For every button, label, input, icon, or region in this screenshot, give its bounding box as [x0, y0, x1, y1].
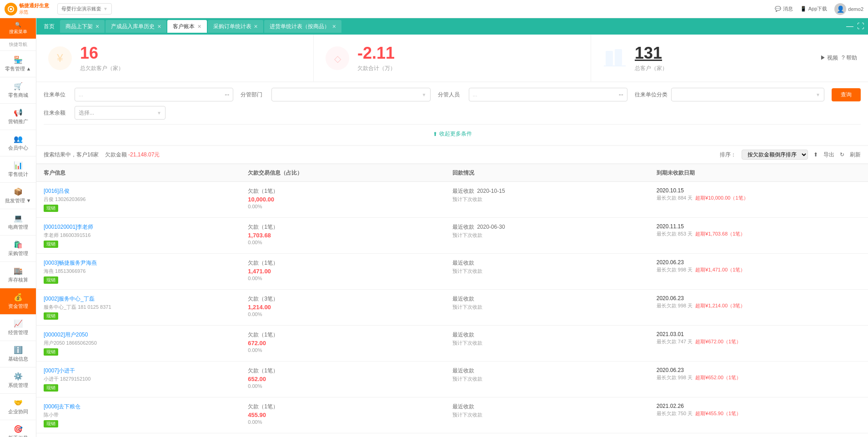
customer-contact-6: 陈小带: [44, 412, 248, 418]
tab-close-production[interactable]: ×: [157, 23, 161, 30]
customer-tag-5: 现销: [44, 384, 58, 392]
overdue-link-3[interactable]: 超期¥1,214.00（3笔）: [695, 303, 745, 308]
debt-amount-2[interactable]: 1,471.00: [248, 268, 452, 275]
unit-category-chevron: ▼: [816, 92, 820, 97]
export-btn[interactable]: 导出: [823, 151, 834, 159]
video-btn[interactable]: ▶ 视频: [820, 54, 838, 62]
help-btn[interactable]: ? 帮助: [842, 54, 857, 62]
debt-amount-4[interactable]: 672.00: [248, 340, 452, 347]
tab-maximize-btn[interactable]: ⛶: [857, 22, 864, 30]
system-icon: ⚙️: [14, 372, 23, 381]
collapse-btn[interactable]: ⬆ 收起更多条件: [44, 128, 861, 140]
tab-purchase-stats[interactable]: 采购订单统计表 ×: [208, 20, 263, 33]
sidebar-search[interactable]: 🔍 搜索菜单: [0, 18, 36, 39]
content-area: ¥ 16 总欠款客户（家） ◇: [36, 35, 868, 437]
stats-row: ¥ 16 总欠款客户（家） ◇: [36, 35, 868, 81]
sidebar-item-retail-store[interactable]: 🛒 零售商城: [0, 77, 36, 104]
customer-name-3[interactable]: [0002]服务中心_丁磊: [44, 295, 248, 303]
debt-amount-5[interactable]: 652.00: [248, 376, 452, 382]
message-btn[interactable]: 💬 消息: [775, 5, 793, 12]
recovery-cell-0: 最近收款 2020-10-15 预计下次收款: [452, 187, 657, 203]
stat-label-customers: 总欠款客户（家）: [80, 65, 124, 72]
sidebar-item-marketing[interactable]: 📢 营销推广: [0, 104, 36, 130]
sidebar-item-purchase[interactable]: 🛍️ 采购管理: [0, 236, 36, 262]
export-icon: ⬆: [813, 151, 818, 158]
sidebar-item-quick-nav[interactable]: 零售管理 快捷导航: [0, 39, 36, 51]
sidebar-item-newbie[interactable]: 🎯 新手引导: [0, 420, 36, 437]
debt-amount-1[interactable]: 1,703.68: [248, 232, 452, 239]
customer-name-2[interactable]: [0003]畅捷服务尹海燕: [44, 259, 248, 267]
top-bar-left: 畅捷通好生意 示范 母婴行业演示账套 ▼: [5, 2, 112, 15]
tab-production-history[interactable]: 产成品入库单历史 ×: [105, 20, 166, 33]
store-selector[interactable]: 母婴行业演示账套 ▼: [57, 3, 112, 15]
stat-icon-total: [602, 45, 627, 71]
customer-name-1[interactable]: [0001020001]李老师: [44, 223, 248, 231]
sidebar-item-finance[interactable]: 💰 资金管理: [0, 288, 36, 315]
sidebar-item-ecommerce[interactable]: 💻 电商管理: [0, 209, 36, 236]
filter-unit-category: 往来单位分类 ▼: [635, 88, 824, 101]
main-area: 首页 商品上下架 × 产成品入库单历史 × 客户账本 × 采购订单统计表 × 进…: [36, 18, 868, 437]
user-avatar-btn[interactable]: 👤 demo2: [834, 3, 863, 15]
customer-tag-0: 现销: [44, 205, 58, 212]
debt-amount-3[interactable]: 1,214.00: [248, 304, 452, 311]
customer-name-0[interactable]: [0016]吕俊: [44, 187, 248, 195]
overdue-link-4[interactable]: 超期¥672.00（1笔）: [695, 339, 741, 344]
retail-stats-icon: 📊: [14, 161, 23, 170]
svg-rect-5: [606, 51, 613, 65]
customer-name-5[interactable]: [0007]小进干: [44, 367, 248, 375]
table-row: [0006]去下粮仓 陈小带 现销 欠款（1笔） 455.90 0.00% 最近…: [36, 397, 868, 433]
customer-contact-5: 小进干 18279152100: [44, 376, 248, 382]
recovery-cell-3: 最近收款 预计下次收款: [452, 295, 657, 311]
overdue-days-6: 最长欠款 750 天 超期¥455.90（1笔）: [657, 410, 861, 417]
sidebar-item-batch-mgmt[interactable]: 📦 批发管理 ▼: [0, 183, 36, 209]
recovery-cell-2: 最近收款 预计下次收款: [452, 259, 657, 275]
overdue-link-5[interactable]: 超期¥652.00（1笔）: [695, 375, 741, 380]
sidebar-item-retail-stats[interactable]: 📊 零售统计: [0, 156, 36, 183]
tab-close-purchase[interactable]: ×: [254, 23, 258, 30]
tab-close-goods[interactable]: ×: [332, 23, 336, 30]
overdue-link-0[interactable]: 超期¥10,000.00（1笔）: [695, 195, 748, 201]
tab-home[interactable]: 首页: [38, 23, 60, 30]
overdue-link-1[interactable]: 超期¥1,703.68（1笔）: [695, 231, 745, 236]
debt-amount-6[interactable]: 455.90: [248, 412, 452, 418]
customer-name-4[interactable]: [000002]用户2050: [44, 331, 248, 339]
person-input[interactable]: ... ···: [469, 88, 627, 101]
balance-input[interactable]: 选择... ▼: [75, 106, 166, 120]
tab-close-products[interactable]: ×: [95, 23, 99, 30]
app-download-btn[interactable]: 📱 App下载: [800, 5, 828, 12]
overdue-link-2[interactable]: 超期¥1,471.00（1笔）: [695, 267, 745, 272]
tab-customer-account[interactable]: 客户账本 ×: [167, 20, 206, 33]
sidebar-item-enterprise[interactable]: 🤝 企业协同: [0, 394, 36, 420]
purchase-icon: 🛍️: [14, 240, 23, 249]
source-unit-input[interactable]: ... ···: [75, 88, 233, 101]
stat-actions: ▶ 视频 ? 帮助: [820, 54, 857, 62]
tab-purchase-goods[interactable]: 进货单统计表（按商品） ×: [264, 20, 341, 33]
unit-category-input[interactable]: ▼: [671, 88, 824, 101]
sidebar-item-system[interactable]: ⚙️ 系统管理: [0, 367, 36, 394]
tab-minimize-btn[interactable]: —: [846, 22, 853, 30]
sidebar-item-basic-info[interactable]: ℹ️ 基础信息: [0, 341, 36, 367]
tab-close-customer[interactable]: ×: [197, 23, 201, 30]
tab-products[interactable]: 商品上下架 ×: [60, 20, 105, 33]
customer-cell-1: [0001020001]李老师 李老师 18600391516 现销: [44, 223, 248, 248]
overdue-link-6[interactable]: 超期¥455.90（1笔）: [695, 411, 741, 416]
stat-info-customers: 16 总欠款客户（家）: [80, 44, 124, 72]
svg-rect-7: [604, 65, 626, 66]
table-container: 客户信息 欠款交易信息（占比） 回款情况 到期未收款日期 [0016]吕俊 吕俊…: [36, 165, 868, 437]
sidebar-item-retail-mgmt[interactable]: 🏪 零售管理 ▲: [0, 51, 36, 77]
debt-amount-0[interactable]: 10,000.00: [248, 196, 452, 203]
overdue-cell-6: 2021.02.26 最长欠款 750 天 超期¥455.90（1笔）: [657, 403, 861, 417]
sidebar-item-operations[interactable]: 📈 经营管理: [0, 315, 36, 341]
debt-cell-6: 欠款（1笔） 455.90 0.00%: [248, 403, 452, 425]
marketing-icon: 📢: [14, 108, 23, 117]
refresh-btn[interactable]: 刷新: [850, 151, 861, 159]
debt-percent-2: 0.00%: [248, 276, 452, 281]
sidebar-item-member[interactable]: 👥 会员中心: [0, 130, 36, 156]
search-button[interactable]: 查询: [832, 88, 861, 101]
recovery-date-1: 最近收款 2020-06-30: [452, 223, 657, 231]
sort-select[interactable]: 按欠款金额倒序排序: [742, 150, 808, 160]
dept-input[interactable]: ▼: [271, 88, 430, 101]
sidebar-item-inventory[interactable]: 🏬 库存核算: [0, 262, 36, 288]
stat-label-total: 总客户（家）: [635, 65, 667, 72]
customer-name-6[interactable]: [0006]去下粮仓: [44, 403, 248, 411]
